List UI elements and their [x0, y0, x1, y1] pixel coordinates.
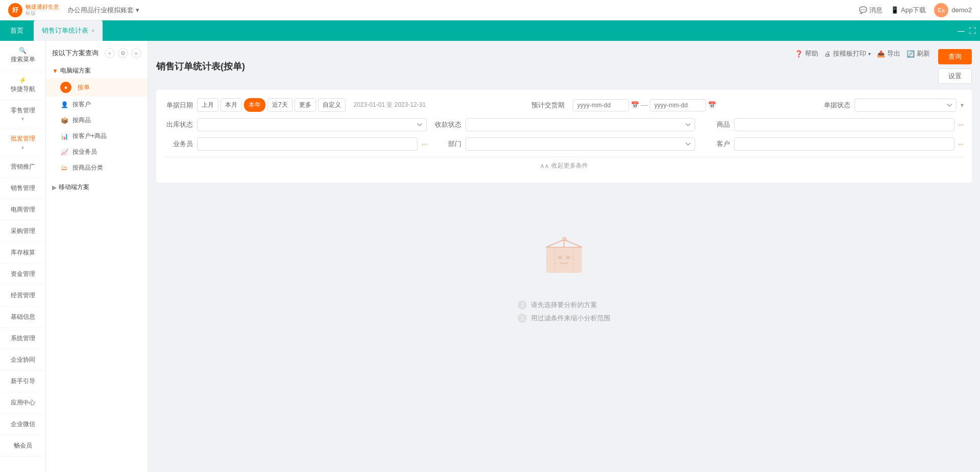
goods-input[interactable] — [734, 118, 954, 131]
customer-filter-group: 客户 ··· — [701, 137, 964, 151]
quick-nav-icon: ⚡ — [19, 77, 27, 84]
export-btn[interactable]: 📤 导出 — [877, 49, 900, 58]
delivery-end-input[interactable] — [650, 99, 706, 111]
goods-filter-label: 商品 — [701, 120, 730, 129]
delivery-start-input[interactable] — [573, 99, 629, 111]
payment-status-select[interactable] — [465, 118, 695, 131]
salesman-more-btn[interactable]: ··· — [422, 140, 427, 148]
date-separator: — — [641, 101, 648, 109]
sidebar-item-wechat[interactable]: 企业微信 — [0, 414, 45, 435]
scheme-item-by-customer-goods[interactable]: 📊 按客户+商品 — [46, 128, 148, 144]
collapse-btn[interactable]: ∧∧ 收起更多条件 — [540, 161, 588, 170]
print-btn[interactable]: 🖨 按模板打印 ▾ — [824, 49, 871, 58]
scheme-panel-header: 按以下方案查询 + ⚙ « — [46, 45, 148, 61]
record-status-select-wrapper — [854, 99, 957, 112]
svg-point-5 — [566, 255, 570, 259]
tip-num-1: 1 — [518, 300, 527, 310]
user-area[interactable]: Ea demo2 — [934, 3, 972, 17]
app-download-btn[interactable]: 📱 App下载 — [891, 6, 926, 15]
record-status-dropdown-arrow-icon: ▾ — [961, 102, 964, 109]
sidebar-item-inventory[interactable]: 库存核算 — [0, 242, 45, 264]
calendar-start-icon[interactable]: 📅 — [631, 101, 639, 109]
customer-more-btn[interactable]: ··· — [959, 140, 964, 148]
salesman-label: 业务员 — [164, 139, 193, 149]
sidebar-item-sales[interactable]: 销售管理 — [0, 178, 45, 199]
sidebar-item-operation[interactable]: 经营管理 — [0, 285, 45, 306]
salesman-scheme-icon: 📈 — [60, 148, 68, 156]
sidebar-item-basic[interactable]: 基础信息 — [0, 306, 45, 328]
sidebar-item-member[interactable]: 畅会员 — [0, 435, 45, 457]
pc-section-header[interactable]: ▼ 电脑端方案 — [46, 63, 148, 78]
date-btn-this-month[interactable]: 本月 — [220, 98, 242, 112]
sidebar-item-ecommerce[interactable]: 电商管理 — [0, 199, 45, 221]
record-status-group: 单据状态 ▾ — [822, 99, 964, 112]
sidebar-item-finance[interactable]: 资金管理 — [0, 264, 45, 285]
scheme-settings-btn[interactable]: ⚙ — [118, 48, 128, 58]
mobile-section-header[interactable]: ▶ 移动端方案 — [46, 180, 148, 195]
date-label: 单据日期 — [164, 101, 193, 110]
scheme-item-by-order[interactable]: ● 按单 — [46, 78, 148, 97]
scheme-collapse-btn[interactable]: « — [131, 48, 141, 58]
page-actions-area: ❓ 帮助 🖨 按模板打印 ▾ 📤 导出 🔄 — [795, 49, 972, 84]
tab-close-icon[interactable]: × — [91, 28, 94, 34]
sidebar-item-marketing[interactable]: 营销推广 — [0, 156, 45, 178]
scheme-item-by-salesman[interactable]: 📈 按业务员 — [46, 144, 148, 160]
help-btn[interactable]: ❓ 帮助 — [795, 49, 818, 58]
main-layout: 🔍 搜索菜单 ⚡ 快捷导航 零售管理 ▾ 批发管理 ▴ 营销推广 销售管理 电商… — [0, 41, 980, 472]
sidebar-item-retail[interactable]: 零售管理 ▾ — [0, 100, 45, 128]
date-btn-this-year[interactable]: 本年 — [244, 98, 265, 112]
scheme-item-by-goods[interactable]: 📦 按商品 — [46, 112, 148, 128]
message-btn[interactable]: 💬 消息 — [859, 6, 883, 15]
add-scheme-btn[interactable]: + — [105, 48, 115, 58]
export-icon: 📤 — [877, 50, 885, 58]
department-select[interactable] — [465, 137, 695, 151]
tab-bar-actions: — ⛶ — [958, 27, 980, 35]
ship-status-select[interactable] — [197, 118, 427, 131]
ship-status-group: 出库状态 — [164, 118, 427, 131]
sidebar: 🔍 搜索菜单 ⚡ 快捷导航 零售管理 ▾ 批发管理 ▴ 营销推广 销售管理 电商… — [0, 41, 46, 472]
scheme-panel-title: 按以下方案查询 — [52, 49, 99, 58]
customer-label: 客户 — [701, 139, 730, 149]
filter-row-1: 单据日期 上月 本月 本年 近7天 更多 自定义 2023-01-01 至 20… — [164, 98, 964, 112]
tip-num-2: 2 — [518, 314, 527, 323]
goods-more-btn[interactable]: ··· — [959, 121, 964, 128]
salesman-filter-group: 业务员 ··· — [164, 137, 427, 151]
top-bar: 好 畅捷通好生意 标版 办公用品行业模拟账套 ▾ 💬 消息 📱 App下载 Ea… — [0, 0, 980, 20]
date-btn-custom[interactable]: 自定义 — [318, 98, 346, 112]
pc-scheme-section: ▼ 电脑端方案 ● 按单 👤 按客户 📦 按商品 — [46, 61, 148, 178]
mobile-expand-icon: ▶ — [52, 184, 57, 191]
ship-status-label: 出库状态 — [164, 120, 193, 129]
sidebar-item-enterprise[interactable]: 企业协同 — [0, 349, 45, 371]
app-selector[interactable]: 办公用品行业模拟账套 ▾ — [63, 6, 143, 15]
sidebar-item-wholesale[interactable]: 批发管理 ▴ — [0, 128, 45, 156]
record-status-select[interactable] — [854, 99, 957, 112]
date-btn-7days[interactable]: 近7天 — [267, 98, 292, 112]
payment-status-select-wrapper — [465, 118, 695, 131]
date-btn-last-month[interactable]: 上月 — [197, 98, 218, 112]
sidebar-item-newbie[interactable]: 新手引导 — [0, 371, 45, 392]
query-button[interactable]: 查询 — [938, 49, 972, 64]
setting-button[interactable]: 设置 — [938, 68, 972, 84]
empty-state: ? 1 请先选择要分析的方案 2 用过滤条件来缩小分析范围 — [156, 188, 972, 358]
department-label: 部门 — [433, 139, 461, 149]
tab-sales-order[interactable]: 销售订单统计表 × — [34, 20, 103, 41]
scheme-item-by-category[interactable]: 🗂 按商品分类 — [46, 160, 148, 176]
delivery-date-label: 预计交货期 — [531, 101, 565, 110]
minimize-icon[interactable]: — — [958, 27, 965, 35]
customer-input[interactable] — [734, 137, 954, 151]
calendar-end-icon[interactable]: 📅 — [708, 101, 716, 109]
empty-tip-2: 2 用过滤条件来缩小分析范围 — [518, 314, 610, 323]
sidebar-quick-nav[interactable]: ⚡ 快捷导航 — [0, 70, 45, 100]
date-btn-more[interactable]: 更多 — [295, 98, 316, 112]
sidebar-search[interactable]: 🔍 搜索菜单 — [0, 41, 45, 70]
salesman-input[interactable] — [197, 137, 418, 151]
filter-row-2: 出库状态 收款状态 — [164, 118, 964, 131]
tab-home[interactable]: 首页 — [0, 20, 34, 41]
sidebar-item-purchase[interactable]: 采购管理 — [0, 221, 45, 242]
sidebar-item-apps[interactable]: 应用中心 — [0, 392, 45, 414]
search-icon: 🔍 — [19, 47, 27, 54]
scheme-item-by-customer[interactable]: 👤 按客户 — [46, 97, 148, 112]
refresh-btn[interactable]: 🔄 刷新 — [906, 49, 930, 58]
sidebar-item-system[interactable]: 系统管理 — [0, 328, 45, 349]
maximize-icon[interactable]: ⛶ — [969, 27, 976, 35]
